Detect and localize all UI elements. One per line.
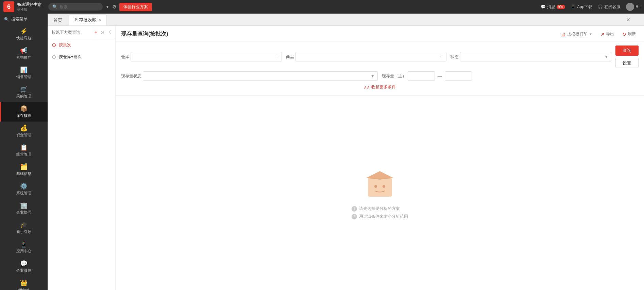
enterprise-icon: 🏢 xyxy=(20,202,28,209)
trial-button[interactable]: 体验行业方案 xyxy=(119,3,152,11)
topbar: 6 畅康通好生意 标准版 🔍 ▼ ⚙ 体验行业方案 💬 消息 99+ 📱 App… xyxy=(0,0,644,14)
settings-icon[interactable]: ⚙ xyxy=(112,4,117,10)
finance-icon: 💰 xyxy=(20,125,28,131)
query-button[interactable]: 查询 xyxy=(615,46,639,56)
inventory-qty-min-input[interactable] xyxy=(408,71,435,81)
empty-hints: 1 请先选择要分析的方案 2 用过滤条件来缩小分析范围 xyxy=(352,206,408,219)
avatar xyxy=(626,3,634,11)
filter-status: 状态 ▼ xyxy=(451,52,611,61)
scheme-item-by-batch[interactable]: ⊙ 按批次 xyxy=(48,39,115,51)
marketing-label: 营销推广 xyxy=(16,55,31,60)
sidebar-item-purchase[interactable]: 🛒 采购管理 xyxy=(0,83,48,102)
inventory-qty-label: 现存量（主） xyxy=(382,73,406,79)
range-dash: — xyxy=(436,74,443,79)
app-name-wrap: 畅康通好生意 标准版 xyxy=(17,2,41,12)
app-download-label: App下载 xyxy=(577,4,592,10)
left-panel: 按以下方案查询 ＋ ⊙ 《 ⊙ 按批次 ⊙ 按仓库+批次 xyxy=(48,26,116,290)
member-icon: 👑 xyxy=(20,280,28,286)
inventory-qty-max-input[interactable] xyxy=(445,71,472,81)
right-content: 现存量查询(按批次) 🖨 按模板打印 ▼ ↗ 导出 ↻ xyxy=(116,26,644,290)
sidebar-item-wechat[interactable]: 💬 企业微信 xyxy=(0,257,48,276)
scheme-active-icon: ⊙ xyxy=(52,42,56,48)
member-label: 畅会员 xyxy=(18,287,30,290)
quick-nav-label: 快捷导航 xyxy=(16,36,31,41)
search-box[interactable]: 🔍 xyxy=(48,3,103,11)
messages-item[interactable]: 💬 消息 99+ xyxy=(541,4,565,10)
enterprise-label: 企业协同 xyxy=(16,210,31,215)
headset-icon: 🎧 xyxy=(598,4,603,9)
app-download-item[interactable]: 📱 App下载 xyxy=(571,4,592,10)
empty-state: 1 请先选择要分析的方案 2 用过滤条件来缩小分析范围 xyxy=(116,96,644,290)
filter-settings-button[interactable]: 设置 xyxy=(615,58,639,68)
tab-home[interactable]: 首页 xyxy=(48,15,68,25)
sidebar-item-basic-info[interactable]: 🗂️ 基础信息 xyxy=(0,160,48,180)
sidebar-item-newbie[interactable]: 🎓 新手引导 xyxy=(0,218,48,238)
export-icon: ↗ xyxy=(600,32,605,37)
filter-product: 商品 ··· xyxy=(286,52,447,61)
content-area: 首页 库存批次账 × ✕ 按以下方案查询 ＋ ⊙ 《 xyxy=(48,14,644,290)
user-item[interactable]: Rit xyxy=(626,3,641,11)
search-input[interactable] xyxy=(60,4,94,9)
status-select[interactable]: ▼ xyxy=(460,52,611,61)
online-service-item[interactable]: 🎧 在线客服 xyxy=(598,4,621,10)
warehouse-input-wrap[interactable]: ··· xyxy=(131,52,282,61)
sidebar-item-member[interactable]: 👑 畅会员 xyxy=(0,276,48,290)
messages-label: 消息 xyxy=(547,4,555,10)
inventory-status-label: 现存量状态 xyxy=(121,73,141,79)
product-input[interactable] xyxy=(297,54,439,59)
filter-row-1: 仓库 ··· 商品 ··· xyxy=(121,46,639,68)
sales-label: 销售管理 xyxy=(16,74,31,79)
sidebar-item-apps[interactable]: 📱 应用中心 xyxy=(0,238,48,257)
status-chevron-icon: ▼ xyxy=(604,54,608,59)
tab-inventory-batch-label: 库存批次账 xyxy=(74,17,97,23)
tab-home-label: 首页 xyxy=(53,17,62,23)
system-label: 系统管理 xyxy=(16,191,31,196)
app-name: 畅康通好生意 xyxy=(17,2,41,7)
scheme-settings-icon[interactable]: ⊙ xyxy=(100,30,104,35)
sidebar-item-operations[interactable]: 📋 经营管理 xyxy=(0,141,48,160)
sidebar-item-search[interactable]: 🔍 搜索菜单 xyxy=(0,14,48,25)
inventory-label: 库存核算 xyxy=(16,113,31,118)
collapse-button[interactable]: ∧∧ 收起更多条件 xyxy=(364,84,396,90)
print-button[interactable]: 🖨 按模板打印 ▼ xyxy=(558,30,595,38)
messages-badge: 99+ xyxy=(557,5,565,9)
sidebar-item-marketing[interactable]: 📢 营销推广 xyxy=(0,44,48,64)
page-header: 现存量查询(按批次) 🖨 按模板打印 ▼ ↗ 导出 ↻ xyxy=(116,26,644,41)
purchase-icon: 🛒 xyxy=(20,86,28,92)
search-chevron-icon[interactable]: ▼ xyxy=(105,4,109,9)
sidebar-item-quick-nav[interactable]: ⚡ 快捷导航 xyxy=(0,25,48,44)
search-icon: 🔍 xyxy=(52,4,57,9)
product-more-icon[interactable]: ··· xyxy=(439,54,445,59)
refresh-button[interactable]: ↻ 刷新 xyxy=(620,30,639,38)
sidebar-item-enterprise[interactable]: 🏢 企业协同 xyxy=(0,199,48,218)
left-panel-collapse-icon[interactable]: 《 xyxy=(106,29,111,35)
empty-illustration-svg xyxy=(363,168,397,198)
newbie-icon: 🎓 xyxy=(20,222,28,228)
tab-inventory-batch[interactable]: 库存批次账 × xyxy=(69,15,107,25)
purchase-label: 采购管理 xyxy=(16,94,31,99)
sidebar-item-finance[interactable]: 💰 资金管理 xyxy=(0,122,48,141)
sidebar-item-sales[interactable]: 📊 销售管理 xyxy=(0,64,48,83)
apps-icon: 📱 xyxy=(20,241,28,247)
sidebar-item-system[interactable]: ⚙️ 系统管理 xyxy=(0,180,48,199)
operations-label: 经营管理 xyxy=(16,152,31,157)
inventory-status-select[interactable]: ▼ xyxy=(143,71,378,81)
warehouse-input[interactable] xyxy=(132,54,274,59)
sales-icon: 📊 xyxy=(20,67,28,73)
operations-icon: 📋 xyxy=(20,144,28,150)
filter-warehouse: 仓库 ··· xyxy=(121,52,282,61)
warehouse-more-icon[interactable]: ··· xyxy=(274,54,280,59)
left-panel-actions: ＋ ⊙ 《 xyxy=(94,29,111,35)
topbar-center: 🔍 ▼ ⚙ 体验行业方案 xyxy=(46,3,541,11)
export-button[interactable]: ↗ 导出 xyxy=(598,30,617,38)
scheme-item-by-warehouse-batch[interactable]: ⊙ 按仓库+批次 xyxy=(48,51,115,63)
sidebar-item-inventory[interactable]: 📦 库存核算 xyxy=(0,102,48,122)
add-scheme-icon[interactable]: ＋ xyxy=(94,29,98,35)
close-all-tabs-button[interactable]: ✕ xyxy=(626,16,630,23)
wechat-label: 企业微信 xyxy=(16,268,31,273)
filter-area: 仓库 ··· 商品 ··· xyxy=(116,41,644,96)
tab-close-button[interactable]: × xyxy=(99,18,101,22)
product-input-wrap[interactable]: ··· xyxy=(295,52,447,61)
inventory-qty-range: — xyxy=(408,71,472,81)
basic-info-icon: 🗂️ xyxy=(20,164,28,170)
